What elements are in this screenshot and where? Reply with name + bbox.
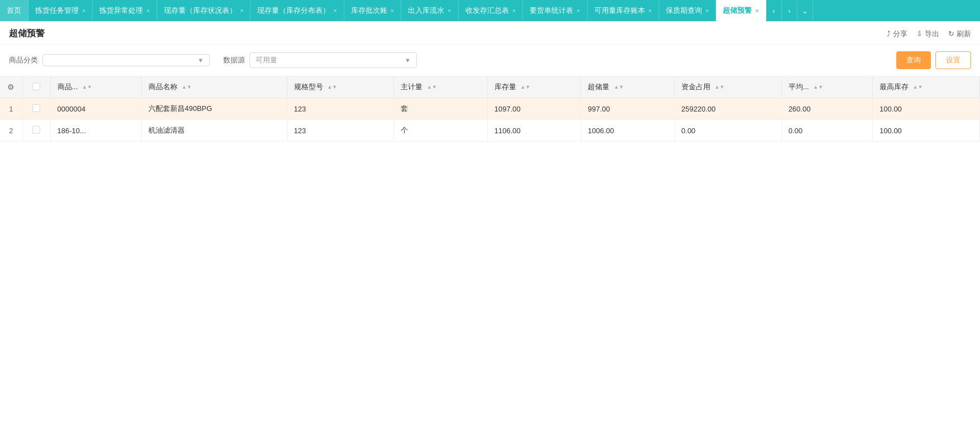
cell-capital: 0.00 [674,120,781,142]
cell-spec: 123 [287,120,394,142]
close-icon[interactable]: × [333,7,337,14]
select-all-checkbox[interactable] [32,83,40,90]
table-row: 1 0000004 六配套新昌490BPG 123 套 1097.00 997.… [0,98,980,120]
nav-next-arrow[interactable]: › [782,0,798,21]
col-stock[interactable]: 库存量 ▲▼ [487,76,580,98]
nav-item-stock-dist[interactable]: 现存量（库存分布表） × [251,0,344,21]
nav-item-quality[interactable]: 保质期查询 × [659,0,716,21]
close-icon[interactable]: × [577,7,580,14]
cell-index: 2 [0,120,22,142]
nav-menu-arrow[interactable]: ⌄ [798,0,813,21]
col-checkbox [22,76,50,98]
cell-unit: 套 [394,98,487,120]
cell-product-code: 186-10... [50,120,141,142]
cell-stock: 1106.00 [487,120,580,142]
cell-checkbox [22,98,50,120]
nav-item-overstock[interactable]: 超储预警 × [716,0,766,21]
export-button[interactable]: ⇩ 导出 [916,29,939,39]
sort-icon: ▲▼ [714,85,724,90]
close-icon[interactable]: × [705,7,709,14]
page-container: 超储预警 ⤴ 分享 ⇩ 导出 ↻ 刷新 商品分类 ▼ 数据源 [0,21,980,446]
nav-item-available[interactable]: 可用量库存账本 × [588,0,659,21]
sort-icon: ▲▼ [520,85,530,90]
close-icon[interactable]: × [448,7,451,14]
filter-bar: 商品分类 ▼ 数据源 可用量 ▼ 查询 设置 [0,45,980,76]
col-unit[interactable]: 主计量 ▲▼ [394,76,487,98]
page-title: 超储预警 [9,28,45,40]
nav-item-stock-status[interactable]: 现存量（库存状况表） × [157,0,251,21]
close-icon[interactable]: × [512,7,516,14]
cell-product-name: 六配套新昌490BPG [141,98,287,120]
table-body: 1 0000004 六配套新昌490BPG 123 套 1097.00 997.… [0,98,980,142]
setting-button[interactable]: 设置 [935,51,971,69]
close-icon[interactable]: × [755,7,758,14]
col-product-name[interactable]: 商品名称 ▲▼ [141,76,287,98]
close-icon[interactable]: × [82,7,85,14]
close-icon[interactable]: × [648,7,652,14]
datasource-select[interactable]: 可用量 ▼ [249,52,417,68]
share-button[interactable]: ⤴ 分享 [887,29,907,39]
cell-index: 1 [0,98,22,120]
nav-item-order-stats[interactable]: 要货单统计表 × [523,0,587,21]
nav-item-summary[interactable]: 收发存汇总表 × [459,0,523,21]
sort-icon: ▲▼ [813,85,823,90]
col-product-code[interactable]: 商品... ▲▼ [50,76,141,98]
close-icon[interactable]: × [146,7,150,14]
nav-item-home[interactable]: 首页 [0,0,28,21]
datasource-label: 数据源 [223,55,245,65]
page-header: 超储预警 ⤴ 分享 ⇩ 导出 ↻ 刷新 [0,21,980,45]
sort-icon: ▲▼ [182,85,192,90]
datasource-filter: 数据源 可用量 ▼ [223,52,417,68]
cell-unit: 个 [394,120,487,142]
cell-max-stock: 100.00 [873,120,980,142]
close-icon[interactable]: × [240,7,243,14]
nav-prev-arrow[interactable]: ‹ [766,0,782,21]
category-select[interactable]: ▼ [42,54,210,66]
cell-max-stock: 100.00 [873,98,980,120]
row-checkbox[interactable] [32,104,40,112]
col-overstock[interactable]: 超储量 ▲▼ [581,76,674,98]
cell-avg: 260.00 [781,98,872,120]
chevron-down-icon: ▼ [405,57,411,64]
chevron-down-icon: ▼ [198,57,204,64]
cell-spec: 123 [287,98,394,120]
header-actions: ⤴ 分享 ⇩ 导出 ↻ 刷新 [887,29,971,39]
cell-stock: 1097.00 [487,98,580,120]
col-settings: ⚙ [0,76,22,98]
top-navigation: 首页 拣货任务管理 × 拣货异常处理 × 现存量（库存状况表） × 现存量（库存… [0,0,980,21]
close-icon[interactable]: × [391,7,394,14]
nav-item-pick-task[interactable]: 拣货任务管理 × [28,0,93,21]
export-icon: ⇩ [916,30,923,38]
nav-item-flow[interactable]: 出入库流水 × [401,0,458,21]
sort-icon: ▲▼ [82,85,92,90]
gear-icon[interactable]: ⚙ [7,83,15,91]
nav-item-pick-abnormal[interactable]: 拣货异常处理 × [93,0,157,21]
share-icon: ⤴ [887,30,891,38]
cell-product-name: 机油滤清器 [141,120,287,142]
table-container: ⚙ 商品... ▲▼ 商品名称 ▲▼ 规格型号 ▲▼ [0,76,980,142]
filter-actions: 查询 设置 [896,51,971,69]
datasource-select-text: 可用量 [256,55,277,65]
table-header-row: ⚙ 商品... ▲▼ 商品名称 ▲▼ 规格型号 ▲▼ [0,76,980,98]
refresh-icon: ↻ [948,30,954,38]
col-capital[interactable]: 资金占用 ▲▼ [674,76,781,98]
cell-avg: 0.00 [781,120,872,142]
sort-icon: ▲▼ [614,85,624,90]
cell-checkbox [22,120,50,142]
col-avg[interactable]: 平均... ▲▼ [781,76,872,98]
col-max-stock[interactable]: 最高库存 ▲▼ [873,76,980,98]
data-table: ⚙ 商品... ▲▼ 商品名称 ▲▼ 规格型号 ▲▼ [0,76,980,142]
sort-icon: ▲▼ [427,85,437,90]
cell-overstock: 1006.00 [581,120,674,142]
nav-item-batch[interactable]: 库存批次账 × [344,0,401,21]
cell-capital: 259220.00 [674,98,781,120]
row-checkbox[interactable] [32,126,40,134]
query-button[interactable]: 查询 [896,51,931,69]
sort-icon: ▲▼ [327,85,337,90]
table-row: 2 186-10... 机油滤清器 123 个 1106.00 1006.00 … [0,120,980,142]
refresh-button[interactable]: ↻ 刷新 [948,29,971,39]
col-spec[interactable]: 规格型号 ▲▼ [287,76,394,98]
sort-icon: ▲▼ [913,85,923,90]
category-label: 商品分类 [9,55,38,65]
cell-product-code: 0000004 [50,98,141,120]
